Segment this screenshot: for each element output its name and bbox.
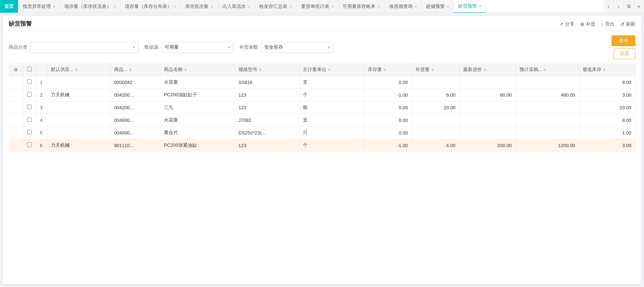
cell-stock_qty-3: 0.00 <box>364 114 412 127</box>
tab-label: 要货单统计表 <box>301 3 329 10</box>
tab-shortage-warn[interactable]: 缺货预警× <box>454 0 486 13</box>
cell-replenish_qty-2: 20.00 <box>412 101 459 114</box>
tab-label: 库存批次账 <box>185 3 209 10</box>
row-checkbox-2[interactable] <box>23 101 35 114</box>
cell-product_code-1: 004200... <box>110 89 160 101</box>
row-select-checkbox-3[interactable] <box>27 117 32 122</box>
col-label-unit: 主计量单位 <box>303 66 326 73</box>
sort-icon-stock_qty[interactable]: ⇅ <box>383 68 386 72</box>
row-gear-0[interactable] <box>9 76 23 89</box>
row-select-checkbox-4[interactable] <box>27 130 32 134</box>
tab-close-icon[interactable]: × <box>479 4 481 8</box>
row-gear-3[interactable] <box>9 114 23 127</box>
tab-nav-prev[interactable]: ‹ <box>604 0 614 13</box>
th-latest_price: 最新进价⇅ <box>459 63 515 76</box>
replenish-base-group: 补货基数 安全库存 ▾ <box>239 42 333 53</box>
tab-overstock-warn[interactable]: 超储预警× <box>422 0 454 13</box>
tab-abnormal[interactable]: 拣货异常处理× <box>18 0 60 13</box>
cell-stock_qty-0: 0.00 <box>364 76 412 89</box>
sort-icon-product_name[interactable]: ⇅ <box>184 68 187 72</box>
sort-icon-latest_price[interactable]: ⇅ <box>483 68 486 72</box>
tab-home[interactable]: 首页 <box>0 0 18 13</box>
table-row: 2力天机械004200...PC200油缸缸子123个-1.006.0080.0… <box>9 89 635 101</box>
tab-close-icon[interactable]: × <box>447 4 449 9</box>
cell-unit-0: 支 <box>299 76 364 89</box>
sort-icon-product_code[interactable]: ⇅ <box>129 68 132 72</box>
data-source-select[interactable]: 可用量 ▾ <box>161 42 234 53</box>
row-gear-1[interactable] <box>9 89 23 101</box>
chevron-down-icon-2: ▾ <box>228 45 230 50</box>
row-select-checkbox-0[interactable] <box>27 79 32 84</box>
th-checkbox[interactable] <box>23 63 35 76</box>
cell-default_supplier-3 <box>47 114 110 127</box>
cell-estimated_purchase-1: 480.00 <box>515 89 579 101</box>
row-checkbox-4[interactable] <box>23 127 35 139</box>
tab-close-icon[interactable]: × <box>415 4 417 9</box>
col-label-product_code: 商品... <box>114 66 127 73</box>
th-gear[interactable]: ⚙ <box>9 63 23 76</box>
tab-stock-status[interactable]: 现存量（库存状况表）× <box>60 0 120 13</box>
row-checkbox-1[interactable] <box>23 89 35 101</box>
cell-product_name-1: PC200油缸缸子 <box>160 89 235 101</box>
tab-close-icon[interactable]: × <box>378 4 380 9</box>
th-unit: 主计量单位⇅ <box>299 63 364 76</box>
tab-recv-summary[interactable]: 收发存汇总表× <box>255 0 296 13</box>
tab-stock-dist[interactable]: 现存量（库存分布表）× <box>121 0 181 13</box>
tab-available-ledger[interactable]: 可用量库存账本× <box>338 0 384 13</box>
tab-restore-btn[interactable]: ⧉ <box>624 0 634 13</box>
tab-close-icon[interactable]: × <box>53 4 55 9</box>
row-gear-4[interactable] <box>9 127 23 139</box>
select-all-checkbox[interactable] <box>27 67 32 71</box>
cell-spec-4: DS250*23c... <box>235 127 299 139</box>
export-icon: ↓ <box>601 21 604 27</box>
replenish-button[interactable]: ⊕ 补货 <box>580 21 595 27</box>
col-label-replenish_qty: 补货量 <box>415 66 430 73</box>
cell-estimated_purchase-0 <box>515 76 579 89</box>
tab-nav-next[interactable]: › <box>614 0 624 13</box>
tab-close-icon[interactable]: × <box>174 4 176 9</box>
settings-button[interactable]: 设置 <box>614 48 635 59</box>
th-min_stock: 最低库存⇅ <box>579 63 635 76</box>
row-select-checkbox-5[interactable] <box>27 142 32 147</box>
query-button[interactable]: 查询 <box>612 35 635 46</box>
row-select-checkbox-2[interactable] <box>27 105 32 109</box>
tab-inout-flow[interactable]: 出入库流水× <box>218 0 255 13</box>
sort-icon-estimated_purchase[interactable]: ⇅ <box>543 68 546 72</box>
tab-close-icon[interactable]: × <box>248 4 250 9</box>
tab-batch-account[interactable]: 库存批次账× <box>181 0 218 13</box>
replenish-base-select[interactable]: 安全库存 ▾ <box>261 42 333 53</box>
chevron-down-icon-3: ▾ <box>328 45 330 50</box>
th-replenish_qty: 补货量⇅ <box>412 63 459 76</box>
data-table: ⚙默认供应...⇅商品...⇅商品名称⇅规格型号⇅主计量单位⇅库存量⇅补货量⇅最… <box>9 63 635 152</box>
tab-expiry-query[interactable]: 保质期查询× <box>385 0 422 13</box>
tab-close-icon[interactable]: × <box>331 4 334 9</box>
tab-close-icon[interactable]: × <box>211 4 213 9</box>
sort-icon-unit[interactable]: ⇅ <box>328 68 331 72</box>
row-select-checkbox-1[interactable] <box>27 92 32 97</box>
share-button[interactable]: ↗ 分享 <box>559 21 574 27</box>
row-gear-2[interactable] <box>9 101 23 114</box>
tab-close-all-btn[interactable]: × <box>634 0 644 13</box>
sort-icon-spec[interactable]: ⇅ <box>259 68 262 72</box>
tab-close-icon[interactable]: × <box>113 4 116 9</box>
th-default_supplier: 默认供应...⇅ <box>47 63 110 76</box>
cell-latest_price-4 <box>459 127 515 139</box>
cell-replenish_qty-1: 6.00 <box>412 89 459 101</box>
tab-demand-stat[interactable]: 要货单统计表× <box>297 0 338 13</box>
sort-icon-default_supplier[interactable]: ⇅ <box>75 68 78 72</box>
refresh-button[interactable]: ↺ 刷新 <box>620 21 635 27</box>
row-checkbox-3[interactable] <box>23 114 35 127</box>
cell-unit-5: 个 <box>299 139 364 152</box>
export-button[interactable]: ↓ 导出 <box>601 21 614 27</box>
cell-min_stock-3: 8.00 <box>579 114 635 127</box>
row-checkbox-5[interactable] <box>23 139 35 152</box>
row-gear-5[interactable] <box>9 139 23 152</box>
product-category-select[interactable]: ▾ <box>30 42 139 53</box>
cell-product_name-5: PC200张紧油缸 <box>160 139 235 152</box>
row-num-0: 1 <box>35 76 47 89</box>
sort-icon-replenish_qty[interactable]: ⇅ <box>431 68 434 72</box>
sort-icon-min_stock[interactable]: ⇅ <box>603 68 606 72</box>
row-checkbox-0[interactable] <box>23 76 35 89</box>
row-num-1: 2 <box>35 89 47 101</box>
tab-close-icon[interactable]: × <box>290 4 292 9</box>
